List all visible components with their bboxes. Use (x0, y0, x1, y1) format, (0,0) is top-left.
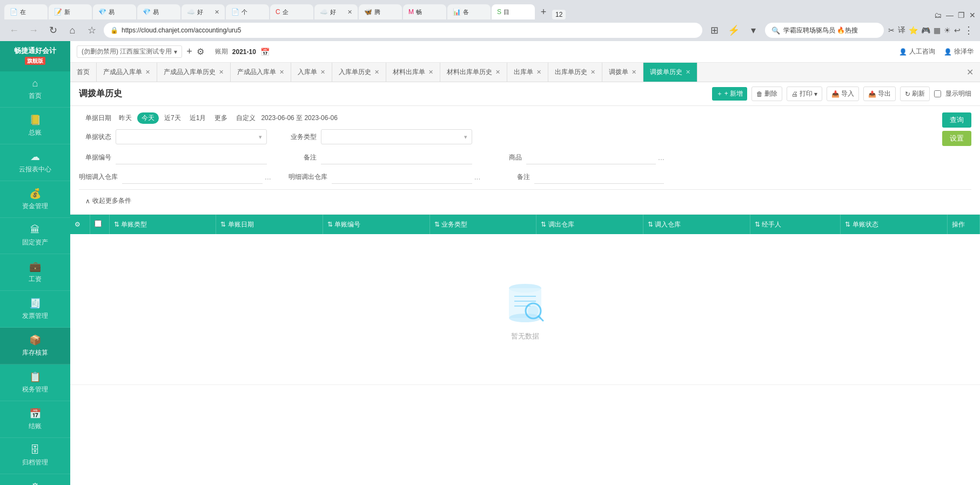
add-company-button[interactable]: + (186, 46, 192, 57)
page-tab-11[interactable]: 调拨单历史 ✕ (643, 63, 697, 82)
back-button[interactable]: ← (6, 23, 22, 38)
home-button[interactable]: ⌂ (65, 23, 80, 38)
biz-type-select[interactable]: ▾ (321, 129, 472, 144)
company-selector[interactable]: (勿删勿禁用) 江西服宝测试专用 ▾ (77, 45, 182, 58)
print-button[interactable]: 🖨 打印 ▾ (787, 87, 822, 101)
th-status[interactable]: ⇅ 单账状态 (841, 215, 948, 234)
dest-warehouse-picker-icon[interactable]: ... (474, 172, 481, 181)
calendar-icon[interactable]: 📅 (260, 48, 270, 56)
browser-tab-9[interactable]: 🦋 腾 (359, 4, 402, 19)
browser-tab-1[interactable]: 📄 在 (4, 4, 48, 19)
th-biz-type[interactable]: ⇅ 业务类型 (429, 215, 536, 234)
browser-tab-5[interactable]: ☁️ 好 ✕ (182, 4, 225, 19)
page-tab-2[interactable]: 产成品入库单历史 ✕ (157, 63, 231, 82)
browser-tab-8[interactable]: ☁️ 好 ✕ (314, 4, 358, 19)
date-btn-today[interactable]: 今天 (137, 112, 159, 124)
remark-input[interactable] (321, 150, 472, 164)
sidebar-item-inventory[interactable]: 📦 库存核算 (0, 328, 70, 364)
browser-tab-7[interactable]: C 企 (270, 4, 313, 19)
th-in-warehouse[interactable]: ⇅ 调入仓库 (643, 215, 750, 234)
browser-tab-10[interactable]: M 畅 (403, 4, 446, 19)
date-btn-1month[interactable]: 近1月 (186, 112, 210, 124)
page-tab-8-close[interactable]: ✕ (536, 69, 541, 76)
page-tab-8[interactable]: 出库单 ✕ (507, 63, 548, 82)
page-tab-10[interactable]: 调拨单 ✕ (602, 63, 643, 82)
sidebar-item-settlement[interactable]: 📅 结账 (0, 401, 70, 438)
sidebar-item-ledger[interactable]: 📒 总账 (0, 108, 70, 144)
new-tab-button[interactable]: + (536, 4, 551, 19)
source-warehouse-input[interactable] (122, 170, 263, 184)
sidebar-item-tax[interactable]: 📋 税务管理 (0, 364, 70, 401)
th-out-warehouse[interactable]: ⇅ 调出仓库 (536, 215, 643, 234)
tab-close-5[interactable]: ✕ (214, 9, 219, 16)
page-tab-10-close[interactable]: ✕ (632, 69, 636, 76)
bookmark-button[interactable]: ☆ (84, 23, 99, 38)
remarks2-input[interactable] (534, 170, 664, 184)
goods-picker-icon[interactable]: ... (658, 153, 664, 162)
tab-close-8[interactable]: ✕ (347, 9, 352, 16)
service-button[interactable]: 👤 人工咨询 (899, 47, 935, 56)
import-button[interactable]: 📥 导入 (827, 87, 859, 101)
th-checkbox[interactable] (90, 215, 109, 234)
tab-bar-close-all[interactable]: ✕ (960, 67, 980, 77)
period-value[interactable]: 2021-10 (232, 48, 256, 56)
sidebar-item-archive[interactable]: 🗄 归档管理 (0, 438, 70, 474)
ext-grid-icon[interactable]: ▦ (934, 26, 941, 35)
select-all-checkbox[interactable] (95, 220, 102, 227)
browser-tab-4[interactable]: 💎 易 (137, 4, 180, 19)
settings-topbar-icon[interactable]: ⚙ (197, 46, 204, 57)
ext-menu-icon[interactable]: ⋮ (964, 24, 974, 36)
date-btn-more[interactable]: 更多 (211, 112, 231, 124)
page-tab-6[interactable]: 材料出库单 ✕ (386, 63, 440, 82)
page-tab-4-close[interactable]: ✕ (320, 69, 325, 76)
th-gear[interactable]: ⚙ (70, 215, 90, 234)
date-btn-custom[interactable]: 自定义 (233, 112, 259, 124)
page-tab-9[interactable]: 出库单历史 ✕ (548, 63, 602, 82)
close-icon[interactable]: ✕ (969, 11, 976, 19)
page-tab-7-close[interactable]: ✕ (495, 69, 500, 76)
sidebar-item-home[interactable]: ⌂ 首页 (0, 71, 70, 108)
show-full-button[interactable]: 显示明细 (934, 89, 971, 98)
forward-button[interactable]: → (26, 23, 41, 38)
source-warehouse-picker-icon[interactable]: ... (265, 172, 271, 181)
status-select[interactable]: ▾ (116, 129, 267, 144)
page-tab-5[interactable]: 入库单历史 ✕ (332, 63, 386, 82)
page-tab-7[interactable]: 材料出库单历史 ✕ (440, 63, 507, 82)
maximize-icon[interactable]: ❐ (958, 11, 965, 19)
docno-input[interactable] (116, 150, 267, 164)
url-bar[interactable]: 🔒 https://cloud.chanjet.com/accounting/u… (104, 23, 702, 38)
collapse-button[interactable]: ∧ 收起更多条件 (79, 194, 971, 208)
minimize-icon[interactable]: — (946, 11, 954, 19)
th-handler[interactable]: ⇅ 经手人 (750, 215, 840, 234)
extensions-button[interactable]: ⊞ (707, 23, 722, 38)
export-button[interactable]: 📤 导出 (863, 87, 896, 101)
add-button[interactable]: ＋ + 新增 (712, 87, 747, 101)
page-tab-home[interactable]: 首页 (70, 63, 97, 82)
browser-tab-11[interactable]: 📊 各 (447, 4, 491, 19)
sidebar-item-invoice[interactable]: 🧾 发票管理 (0, 291, 70, 328)
date-btn-7days[interactable]: 近7天 (161, 112, 184, 124)
show-full-checkbox[interactable] (934, 90, 941, 97)
sidebar-item-reports[interactable]: ☁ 云报表中心 (0, 144, 70, 181)
browser-tab-12[interactable]: S 目 (492, 4, 535, 19)
page-tab-3[interactable]: 产成品入库单 ✕ (231, 63, 291, 82)
refresh-button[interactable]: ↻ (45, 23, 61, 38)
browser-search[interactable]: 🔍 学霸应聘场驱鸟员 🔥热搜 (765, 23, 884, 38)
user-button[interactable]: 👤 徐泽华 (944, 47, 974, 56)
page-tab-6-close[interactable]: ✕ (428, 69, 433, 76)
page-tab-2-close[interactable]: ✕ (219, 69, 224, 76)
ext-undo-icon[interactable]: ↩ (954, 26, 961, 35)
browser-tab-2[interactable]: 📝 新 (49, 4, 92, 19)
page-tab-11-close[interactable]: ✕ (686, 69, 690, 76)
lightning-button[interactable]: ⚡ (726, 23, 741, 38)
page-tab-5-close[interactable]: ✕ (374, 69, 379, 76)
page-tab-1-close[interactable]: ✕ (145, 69, 150, 76)
dest-warehouse-input[interactable] (332, 170, 472, 184)
sidebar-item-assets[interactable]: 🏛 固定资产 (0, 218, 70, 254)
page-tab-9-close[interactable]: ✕ (590, 69, 595, 76)
th-doc-type[interactable]: ⇅ 单账类型 (109, 215, 216, 234)
page-tab-3-close[interactable]: ✕ (279, 69, 284, 76)
browser-tab-6[interactable]: 📄 个 (226, 4, 269, 19)
dropdown-button[interactable]: ▾ (746, 23, 761, 38)
th-doc-no[interactable]: ⇅ 单账编号 (323, 215, 429, 234)
